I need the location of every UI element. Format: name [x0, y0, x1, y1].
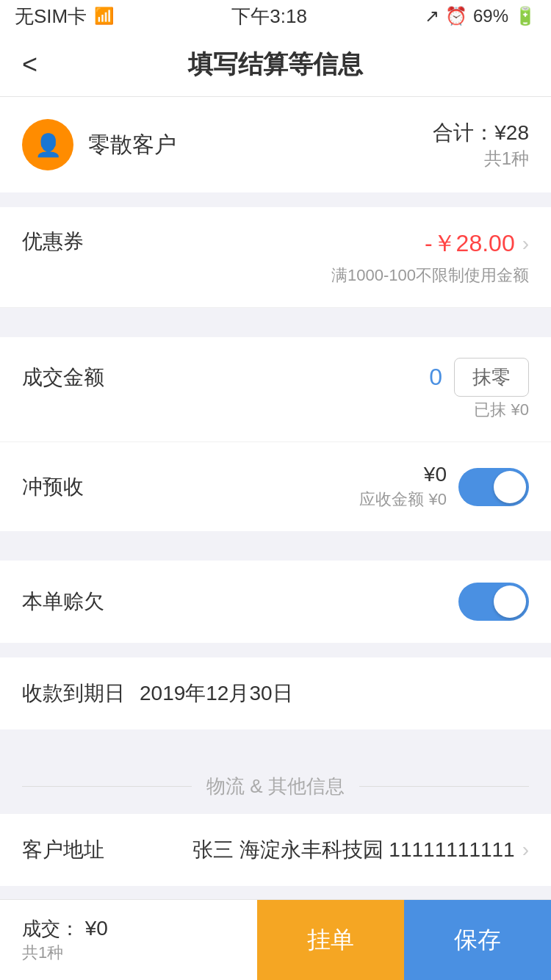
battery-icon: 🔋 — [514, 6, 536, 26]
deal-prepay-section: 成交金额 0 抹零 已抹 ¥0 冲预收 ¥0 应收金额 ¥0 — [0, 337, 551, 531]
page-title: 填写结算等信息 — [188, 48, 363, 82]
bottom-deal-value: ¥0 — [85, 917, 108, 940]
due-date-value: 2019年12月30日 — [140, 680, 293, 707]
customer-right: 合计：¥28 共1种 — [433, 119, 529, 170]
avatar-icon: 👤 — [35, 132, 62, 158]
bottom-deal-label: 成交： — [22, 918, 79, 940]
divider-1 — [0, 323, 551, 337]
alarm-icon: ⏰ — [445, 6, 467, 26]
due-date-row: 收款到期日 2019年12月30日 — [22, 680, 529, 707]
save-label: 保存 — [454, 924, 501, 956]
battery-text: 69% — [473, 6, 508, 26]
deal-amount-sub: 已抹 ¥0 — [474, 400, 529, 419]
save-button[interactable]: 保存 — [404, 900, 551, 981]
deal-amount-label: 成交金额 — [22, 364, 104, 392]
status-left: 无SIM卡 📶 — [15, 4, 114, 29]
divider-line-right — [359, 786, 529, 787]
address-label: 客户地址 — [22, 836, 104, 864]
status-time: 下午3:18 — [231, 4, 307, 29]
logistics-label: 物流 & 其他信息 — [206, 774, 345, 799]
deal-right: 0 抹零 — [413, 358, 529, 397]
divider-line-left — [22, 786, 192, 787]
bottom-deal-row: 成交： ¥0 — [22, 916, 235, 942]
prepay-sub: 应收金额 ¥0 — [359, 490, 447, 508]
prepay-row: 冲预收 ¥0 应收金额 ¥0 — [0, 442, 551, 531]
customer-row: 👤 零散客户 合计：¥28 共1种 — [0, 97, 551, 192]
prepay-amount-col: ¥0 应收金额 ¥0 — [359, 463, 447, 511]
bottom-bar: 成交： ¥0 共1种 挂单 保存 — [0, 899, 551, 980]
bottom-info: 成交： ¥0 共1种 — [0, 916, 257, 964]
customer-section: 👤 零散客户 合计：¥28 共1种 — [0, 97, 551, 192]
address-value: 张三 海淀永丰科技园 11111111111 — [192, 836, 515, 864]
round-button[interactable]: 抹零 — [454, 358, 529, 397]
hang-single-button[interactable]: 挂单 — [257, 900, 404, 981]
nav-bar: < 填写结算等信息 — [0, 32, 551, 97]
due-date-label: 收款到期日 — [22, 680, 125, 707]
coupon-amount: -￥28.00 — [425, 228, 515, 260]
coupon-right: -￥28.00 › — [425, 228, 529, 260]
main-content: 👤 零散客户 合计：¥28 共1种 优惠券 -￥28.00 › 满1000-10… — [0, 97, 551, 980]
due-date-section: 收款到期日 2019年12月30日 — [0, 657, 551, 729]
address-row[interactable]: 客户地址 张三 海淀永丰科技园 11111111111 › — [0, 814, 551, 886]
chevron-right-icon: › — [522, 232, 529, 256]
total-count: 共1种 — [433, 147, 529, 170]
debt-section: 本单赊欠 — [0, 561, 551, 643]
customer-name: 零散客户 — [88, 130, 176, 160]
avatar: 👤 — [22, 119, 73, 170]
coupon-desc: 满1000-100不限制使用金额 — [22, 264, 529, 287]
debt-toggle-knob — [494, 586, 526, 618]
bottom-count: 共1种 — [22, 942, 235, 964]
back-button[interactable]: < — [22, 42, 52, 87]
status-right: ↗ ⏰ 69% 🔋 — [425, 6, 536, 26]
coupon-label: 优惠券 — [22, 228, 84, 256]
divider-3 — [0, 744, 551, 759]
hang-single-label: 挂单 — [307, 924, 354, 956]
total-amount: 合计：¥28 — [433, 119, 529, 147]
wifi-icon: 📶 — [94, 7, 114, 26]
address-right: 张三 海淀永丰科技园 11111111111 › — [170, 836, 529, 864]
prepay-toggle[interactable] — [458, 468, 529, 506]
location-icon: ↗ — [425, 6, 439, 26]
deal-amount-row: 成交金额 0 抹零 已抹 ¥0 — [0, 337, 551, 442]
prepay-right: ¥0 应收金额 ¥0 — [359, 463, 529, 511]
address-section: 客户地址 张三 海淀永丰科技园 11111111111 › — [0, 814, 551, 886]
customer-left: 👤 零散客户 — [22, 119, 176, 170]
signal-text: 无SIM卡 — [15, 4, 87, 29]
coupon-section[interactable]: 优惠券 -￥28.00 › 满1000-100不限制使用金额 — [0, 207, 551, 308]
prepay-amount: ¥0 — [359, 463, 447, 486]
toggle-knob — [494, 471, 526, 503]
status-bar: 无SIM卡 📶 下午3:18 ↗ ⏰ 69% 🔋 — [0, 0, 551, 32]
logistics-divider: 物流 & 其他信息 — [0, 759, 551, 814]
deal-amount-value: 0 — [413, 364, 442, 391]
prepay-label: 冲预收 — [22, 473, 84, 501]
debt-toggle[interactable] — [458, 583, 529, 621]
divider-2 — [0, 546, 551, 561]
debt-label: 本单赊欠 — [22, 588, 104, 616]
chevron-address-icon: › — [522, 838, 529, 862]
